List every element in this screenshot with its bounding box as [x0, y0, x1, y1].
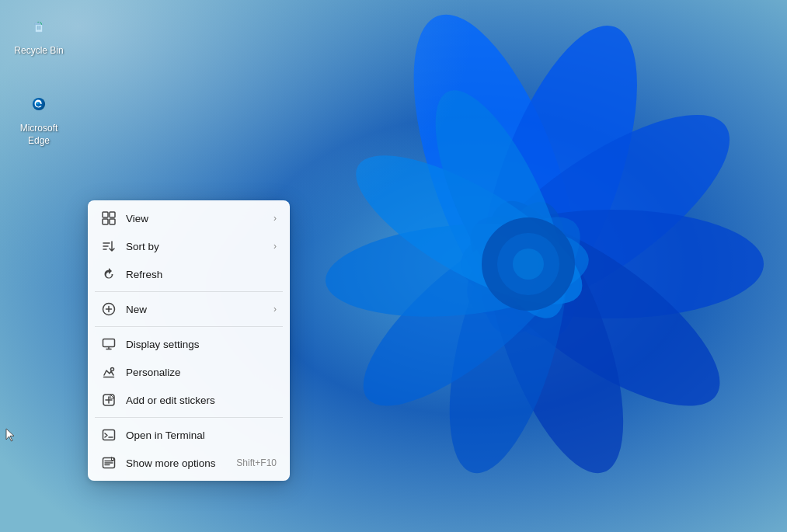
view-icon [101, 210, 117, 226]
more-options-icon [101, 455, 117, 471]
refresh-icon [101, 266, 117, 282]
divider-2 [95, 326, 283, 327]
recycle-bin-image [23, 11, 54, 42]
menu-item-view[interactable]: View › [89, 204, 289, 232]
menu-item-display-settings[interactable]: Display settings [89, 330, 289, 358]
menu-item-refresh[interactable]: Refresh [89, 260, 289, 288]
personalize-label: Personalize [126, 367, 277, 378]
edge-image [23, 89, 54, 120]
view-label: View [126, 213, 264, 224]
refresh-label: Refresh [126, 269, 277, 280]
show-more-options-label: Show more options [126, 457, 227, 469]
edge-icon[interactable]: Microsoft Edge [8, 85, 70, 150]
new-icon [101, 301, 117, 317]
menu-item-add-edit-stickers[interactable]: Add or edit stickers [89, 386, 289, 414]
menu-item-open-terminal[interactable]: Open in Terminal [89, 421, 289, 449]
view-arrow: › [273, 213, 277, 224]
stickers-icon [101, 392, 117, 408]
terminal-icon [101, 427, 117, 443]
recycle-bin-label: Recycle Bin [14, 45, 63, 57]
svg-rect-20 [103, 212, 108, 217]
show-more-options-shortcut: Shift+F10 [236, 457, 277, 468]
open-terminal-label: Open in Terminal [126, 429, 277, 441]
svg-rect-23 [110, 219, 115, 224]
new-arrow: › [273, 304, 277, 315]
svg-rect-25 [103, 339, 115, 347]
divider-1 [95, 291, 283, 292]
new-label: New [126, 304, 264, 315]
personalize-icon [101, 364, 117, 380]
context-menu: View › Sort by › Refresh New [88, 200, 290, 481]
svg-rect-22 [103, 219, 108, 224]
add-edit-stickers-label: Add or edit stickers [126, 395, 277, 406]
menu-item-sort-by[interactable]: Sort by › [89, 232, 289, 260]
svg-point-26 [111, 368, 114, 371]
edge-label: Microsoft Edge [11, 123, 67, 147]
sort-by-label: Sort by [126, 241, 264, 252]
recycle-bin-icon[interactable]: Recycle Bin [8, 8, 70, 61]
svg-rect-28 [103, 430, 115, 440]
display-settings-label: Display settings [126, 339, 277, 350]
divider-3 [95, 417, 283, 418]
menu-item-show-more-options[interactable]: Show more options Shift+F10 [89, 449, 289, 477]
display-settings-icon [101, 336, 117, 352]
mouse-cursor [3, 428, 12, 442]
menu-item-new[interactable]: New › [89, 295, 289, 323]
menu-item-personalize[interactable]: Personalize [89, 358, 289, 386]
sort-icon [101, 238, 117, 254]
sort-arrow: › [273, 241, 277, 252]
svg-rect-21 [110, 212, 115, 217]
